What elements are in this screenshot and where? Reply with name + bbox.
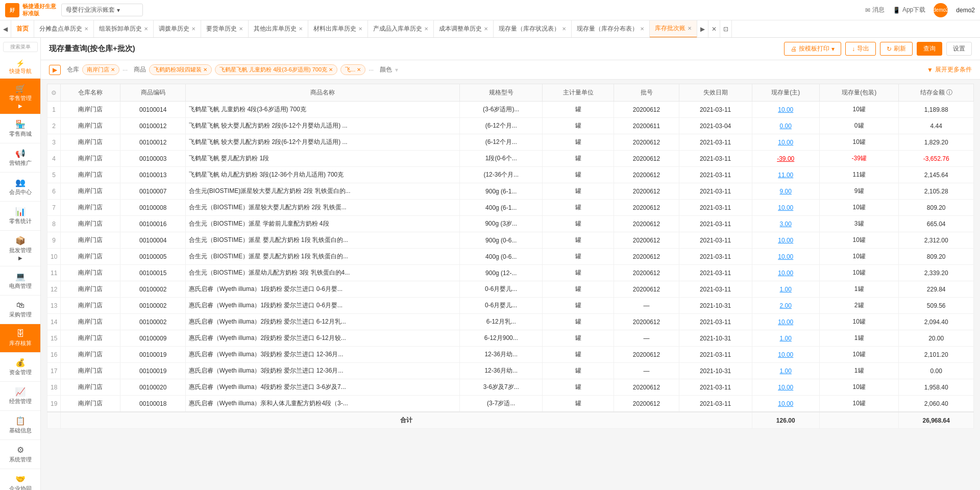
- sidebar-item-retail-mgmt[interactable]: 🛒 零售管理 ▶: [0, 78, 40, 114]
- row-code: 00100002: [120, 281, 185, 298]
- tab-close-8[interactable]: ✕: [484, 26, 488, 32]
- tab-close-all-button[interactable]: ✕: [708, 20, 720, 38]
- tab-9[interactable]: 现存量（库存状况表） ✕: [494, 20, 572, 38]
- tab-close-3[interactable]: ✕: [191, 26, 195, 32]
- row-qty-main[interactable]: 10.00: [752, 232, 819, 249]
- tab-2[interactable]: 组装拆卸单历史 ✕: [94, 20, 154, 38]
- tab-3[interactable]: 调拨单历史 ✕: [154, 20, 201, 38]
- tab-next-button[interactable]: ▶: [697, 20, 708, 38]
- row-expire: 2021-03-11: [679, 249, 752, 265]
- tab-close-9[interactable]: ✕: [562, 26, 566, 32]
- tab-close-11[interactable]: ✕: [688, 26, 692, 31]
- sidebar-item-wholesale[interactable]: 📦 批发管理 ▶: [0, 230, 40, 266]
- query-button[interactable]: 查询: [917, 42, 942, 56]
- product-tag2-close[interactable]: ✕: [329, 67, 333, 72]
- product-tag-3[interactable]: 飞... ✕: [340, 64, 365, 75]
- settings-button[interactable]: 设置: [946, 42, 972, 56]
- row-qty-main[interactable]: 10.00: [752, 134, 819, 151]
- row-qty-main[interactable]: 2.00: [752, 298, 819, 314]
- row-qty-main[interactable]: 11.00: [752, 167, 819, 183]
- row-qty-main[interactable]: 10.00: [752, 200, 819, 216]
- sidebar-quick-nav[interactable]: ⚡ 快捷导航: [0, 56, 40, 78]
- row-qty-main[interactable]: 0.00: [752, 118, 819, 134]
- tab-prev-button[interactable]: ◀: [0, 20, 11, 38]
- row-qty-main[interactable]: 10.00: [752, 314, 819, 330]
- product-tag-2[interactable]: 飞鹤星飞帆 儿童奶粉 4段(3-6岁适用) 700克 ✕: [215, 64, 337, 75]
- row-batch: 20200612: [614, 314, 679, 330]
- col-settings-header[interactable]: ⚙: [47, 84, 61, 102]
- row-qty-main[interactable]: 1.00: [752, 281, 819, 298]
- row-unit: 罐: [543, 134, 614, 151]
- print-button[interactable]: 🖨 按模板打印 ▾: [784, 42, 841, 56]
- row-spec: (12-36个月...: [460, 167, 543, 183]
- row-qty-main[interactable]: 10.00: [752, 265, 819, 281]
- row-spec: (3-7岁适...: [460, 396, 543, 412]
- sidebar-search-area[interactable]: 搜索菜单: [0, 38, 40, 56]
- sidebar-item-marketing[interactable]: 📢 营销推广: [0, 143, 40, 172]
- row-qty-main[interactable]: 10.00: [752, 249, 819, 265]
- tab-close-10[interactable]: ✕: [640, 26, 644, 32]
- sidebar-item-operations[interactable]: 📈 经营管理: [0, 381, 40, 410]
- tab-7[interactable]: 产成品入库单历史 ✕: [368, 20, 434, 38]
- col-unit-header: 主计量单位: [543, 84, 614, 102]
- expand-filter-button[interactable]: ▶: [49, 65, 61, 75]
- sidebar-item-purchase[interactable]: 🛍 采购管理: [0, 295, 40, 324]
- tab-close-5[interactable]: ✕: [299, 26, 303, 32]
- sidebar-item-retail-stats[interactable]: 📊 零售统计: [0, 201, 40, 230]
- sidebar-item-member[interactable]: 👥 会员中心: [0, 172, 40, 201]
- product-tag-1[interactable]: 飞鹤奶粉3段四罐装 ✕: [149, 64, 212, 75]
- table-row: 14 南岸门店 00100002 惠氏启睿（Wyeth illuma）2段奶粉 …: [47, 314, 974, 330]
- row-expire: 2021-03-11: [679, 134, 752, 151]
- app-download-button[interactable]: 📱 App下载: [893, 6, 925, 14]
- tab-5[interactable]: 其他出库单历史 ✕: [249, 20, 308, 38]
- tab-10[interactable]: 现存量（库存分布表） ✕: [572, 20, 650, 38]
- row-code: 00100012: [120, 134, 185, 151]
- tab-close-7[interactable]: ✕: [424, 26, 428, 32]
- row-qty-main[interactable]: 10.00: [752, 102, 819, 118]
- row-qty-main[interactable]: 1.00: [752, 330, 819, 347]
- row-qty-pkg: 10罐: [819, 265, 898, 281]
- sidebar-search-input[interactable]: 搜索菜单: [3, 42, 38, 52]
- tab-6[interactable]: 材料出库单历史 ✕: [308, 20, 368, 38]
- col-spec-header: 规格型号: [460, 84, 543, 102]
- sidebar-item-inventory[interactable]: 🗄 库存核算: [0, 324, 40, 352]
- product-tag1-close[interactable]: ✕: [203, 67, 207, 72]
- row-qty-main[interactable]: 1.00: [752, 363, 819, 379]
- tab-home[interactable]: 首页: [11, 20, 34, 38]
- row-unit: 罐: [543, 298, 614, 314]
- export-button[interactable]: ↓ 导出: [845, 42, 876, 56]
- tab-close-4[interactable]: ✕: [239, 26, 243, 32]
- row-qty-main[interactable]: -39.00: [752, 151, 819, 167]
- tab-8[interactable]: 成本调整单历史 ✕: [434, 20, 494, 38]
- table-row: 11 南岸门店 00100015 合生元（BIOSTIME）派星幼儿配方奶粉 3…: [47, 265, 974, 281]
- warehouse-tag[interactable]: 南岸门店 ✕: [82, 64, 119, 75]
- tab-1[interactable]: 分摊盘点单历史 ✕: [34, 20, 94, 38]
- message-button[interactable]: ✉ 消息: [865, 6, 885, 14]
- tab-close-2[interactable]: ✕: [144, 26, 148, 32]
- expand-more-filter[interactable]: ▼ 展开更多条件: [927, 65, 972, 74]
- warehouse-tag-close[interactable]: ✕: [111, 67, 115, 72]
- row-expire: 2021-03-11: [679, 396, 752, 412]
- sidebar-item-enterprise[interactable]: 🤝 企业协同: [0, 469, 40, 490]
- sidebar-item-ecommerce[interactable]: 💻 电商管理: [0, 266, 40, 295]
- tab-11-active[interactable]: 库存批次账 ✕: [650, 20, 697, 38]
- sidebar-item-finance[interactable]: 💰 资金管理: [0, 352, 40, 381]
- sidebar-item-retail-mall[interactable]: 🏪 零售商城: [0, 114, 40, 143]
- tab-close-6[interactable]: ✕: [358, 26, 362, 32]
- tab-4[interactable]: 要货单历史 ✕: [201, 20, 249, 38]
- avatar[interactable]: demo2: [934, 3, 948, 17]
- refresh-button[interactable]: ↻ 刷新: [880, 42, 913, 56]
- product-tag3-close[interactable]: ✕: [357, 67, 361, 72]
- row-code: 00100003: [120, 151, 185, 167]
- content-area: 现存量查询(按仓库+批次) 🖨 按模板打印 ▾ ↓ 导出 ↻ 刷新 查询: [41, 38, 980, 490]
- row-qty-main[interactable]: 10.00: [752, 347, 819, 363]
- company-select[interactable]: 母婴行业演示账套 ▾: [61, 4, 143, 16]
- sidebar-item-system[interactable]: ⚙ 系统管理: [0, 439, 40, 469]
- row-qty-main[interactable]: 3.00: [752, 216, 819, 232]
- tab-close-1[interactable]: ✕: [84, 26, 88, 32]
- row-qty-main[interactable]: 10.00: [752, 379, 819, 396]
- tab-expand-button[interactable]: ⊡: [720, 20, 732, 38]
- row-qty-main[interactable]: 10.00: [752, 396, 819, 412]
- sidebar-item-basic-info[interactable]: 📋 基础信息: [0, 410, 40, 439]
- row-qty-main[interactable]: 9.00: [752, 183, 819, 200]
